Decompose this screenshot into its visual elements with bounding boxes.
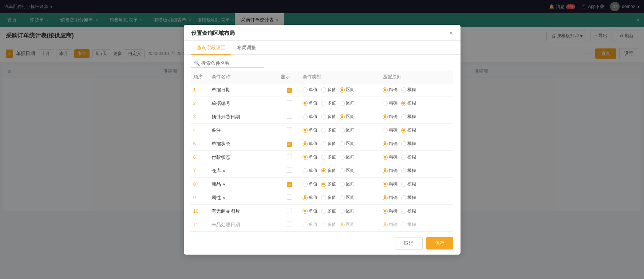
match-radio-精确[interactable]: 精确	[383, 194, 398, 201]
th-type: 条件类型	[300, 71, 380, 83]
type-radio-单值[interactable]: 单值	[303, 141, 317, 147]
row-type-options: 单值 多值 区间	[300, 177, 380, 191]
type-radio-区间[interactable]: 区间	[340, 100, 355, 106]
row-match-options: 精确 模糊	[380, 177, 453, 191]
table-row: 1单据日期✓ 单值 多值 区间 精确 模糊	[191, 83, 453, 97]
type-radio-多值[interactable]: 多值	[321, 141, 336, 147]
modal-tabs: 查询字段设置 布局调整	[184, 41, 461, 55]
tab-layout-adjust[interactable]: 布局调整	[231, 41, 262, 55]
type-radio-单值[interactable]: 单值	[303, 87, 317, 93]
display-checkbox[interactable]	[287, 114, 292, 119]
type-radio-单值[interactable]: 单值	[303, 181, 317, 187]
row-match-options: 精确 模糊	[380, 83, 453, 97]
match-radio-精确[interactable]: 精确	[383, 168, 398, 174]
row-display-checkbox[interactable]	[278, 123, 300, 137]
match-radio-精确[interactable]: 精确	[383, 154, 398, 160]
row-display-checkbox[interactable]	[278, 164, 300, 177]
display-checkbox[interactable]	[287, 208, 292, 213]
match-radio-精确[interactable]: 精确	[383, 208, 398, 214]
modal-title: 设置查询区域布局	[191, 30, 235, 37]
match-radio-精确[interactable]: 精确	[383, 181, 398, 187]
type-radio-多值[interactable]: 多值	[321, 208, 336, 214]
row-display-checkbox[interactable]	[278, 204, 300, 214]
type-radio-区间[interactable]: 区间	[340, 181, 355, 187]
row-match-options: 精确 模糊	[380, 123, 453, 137]
row-condition-name: 有无商品图片	[209, 204, 278, 214]
display-checkbox[interactable]: ✓	[287, 88, 292, 93]
row-order: 5	[191, 137, 209, 150]
match-radio-精确[interactable]: 精确	[383, 141, 398, 147]
match-radio-模糊[interactable]: 模糊	[401, 181, 416, 187]
row-display-checkbox[interactable]	[278, 191, 300, 204]
type-radio-区间[interactable]: 区间	[340, 141, 355, 147]
row-order: 9	[191, 191, 209, 204]
tab-field-settings[interactable]: 查询字段设置	[191, 41, 231, 55]
type-radio-多值[interactable]: 多值	[321, 154, 336, 160]
search-icon: 🔍	[194, 60, 200, 66]
row-type-options: 单值 多值 区间	[300, 164, 380, 177]
type-radio-区间[interactable]: 区间	[340, 87, 355, 93]
type-radio-区间[interactable]: 区间	[340, 154, 355, 160]
display-checkbox[interactable]	[287, 100, 292, 105]
th-display: 显示	[278, 71, 300, 83]
type-radio-单值[interactable]: 单值	[303, 114, 317, 120]
table-row: 3预计到货日期 单值 多值 区间 精确 模糊	[191, 110, 453, 123]
type-radio-多值[interactable]: 多值	[321, 100, 336, 106]
type-radio-多值[interactable]: 多值	[321, 127, 336, 133]
match-radio-精确[interactable]: 精确	[383, 100, 398, 106]
type-radio-单值[interactable]: 单值	[303, 208, 317, 214]
search-input[interactable]	[191, 59, 264, 68]
type-radio-区间[interactable]: 区间	[340, 194, 355, 201]
table-row: 2单据编号 单值 多值 区间 精确 模糊	[191, 97, 453, 110]
row-display-checkbox[interactable]: ✓	[278, 177, 300, 191]
match-radio-模糊[interactable]: 模糊	[401, 141, 416, 147]
display-checkbox[interactable]: ✓	[287, 142, 292, 147]
table-row: 5单据状态✓ 单值 多值 区间 精确 模糊	[191, 137, 453, 150]
match-radio-精确[interactable]: 精确	[383, 87, 398, 93]
type-radio-多值[interactable]: 多值	[321, 194, 336, 201]
type-radio-区间[interactable]: 区间	[340, 208, 355, 214]
match-radio-精确[interactable]: 精确	[383, 114, 398, 120]
row-display-checkbox[interactable]: ✓	[278, 83, 300, 97]
row-display-checkbox[interactable]	[278, 110, 300, 123]
type-radio-区间[interactable]: 区间	[340, 114, 355, 120]
match-radio-模糊[interactable]: 模糊	[401, 114, 416, 120]
type-radio-单值[interactable]: 单值	[303, 100, 317, 106]
match-radio-模糊[interactable]: 模糊	[401, 194, 416, 201]
display-checkbox[interactable]	[287, 154, 292, 159]
row-display-checkbox[interactable]	[278, 150, 300, 164]
match-radio-模糊[interactable]: 模糊	[401, 87, 416, 93]
display-checkbox[interactable]: ✓	[287, 182, 292, 187]
type-radio-单值[interactable]: 单值	[303, 168, 317, 174]
row-order: 1	[191, 83, 209, 97]
type-radio-单值[interactable]: 单值	[303, 154, 317, 160]
display-checkbox[interactable]	[287, 194, 292, 200]
type-radio-多值[interactable]: 多值	[321, 114, 336, 120]
row-match-options: 精确 模糊	[380, 110, 453, 123]
row-display-checkbox[interactable]: ✓	[278, 137, 300, 150]
display-checkbox[interactable]	[287, 127, 292, 132]
type-radio-多值[interactable]: 多值	[321, 168, 336, 174]
modal-close-button[interactable]: ×	[449, 30, 453, 36]
match-radio-模糊[interactable]: 模糊	[401, 100, 416, 106]
type-radio-单值[interactable]: 单值	[303, 194, 317, 201]
modal-header: 设置查询区域布局 ×	[184, 25, 461, 41]
match-radio-模糊[interactable]: 模糊	[401, 168, 416, 174]
match-radio-模糊[interactable]: 模糊	[401, 127, 416, 133]
row-match-options: 精确 模糊	[380, 137, 453, 150]
type-radio-区间[interactable]: 区间	[340, 168, 355, 174]
row-type-options: 单值 多值 区间	[300, 123, 380, 137]
row-condition-name: 单据编号	[209, 97, 278, 110]
table-row: 8商品 ∨✓ 单值 多值 区间 精确 模糊	[191, 177, 453, 191]
display-checkbox[interactable]	[287, 168, 292, 173]
match-radio-模糊[interactable]: 模糊	[401, 208, 416, 214]
type-radio-区间[interactable]: 区间	[340, 127, 355, 133]
row-display-checkbox[interactable]	[278, 97, 300, 110]
type-radio-多值[interactable]: 多值	[321, 181, 336, 187]
type-radio-多值[interactable]: 多值	[321, 87, 336, 93]
type-radio-单值[interactable]: 单值	[303, 127, 317, 133]
row-condition-name: 单据日期	[209, 83, 278, 97]
row-type-options: 单值 多值 区间	[300, 110, 380, 123]
match-radio-模糊[interactable]: 模糊	[401, 154, 416, 160]
match-radio-精确[interactable]: 精确	[383, 127, 398, 133]
